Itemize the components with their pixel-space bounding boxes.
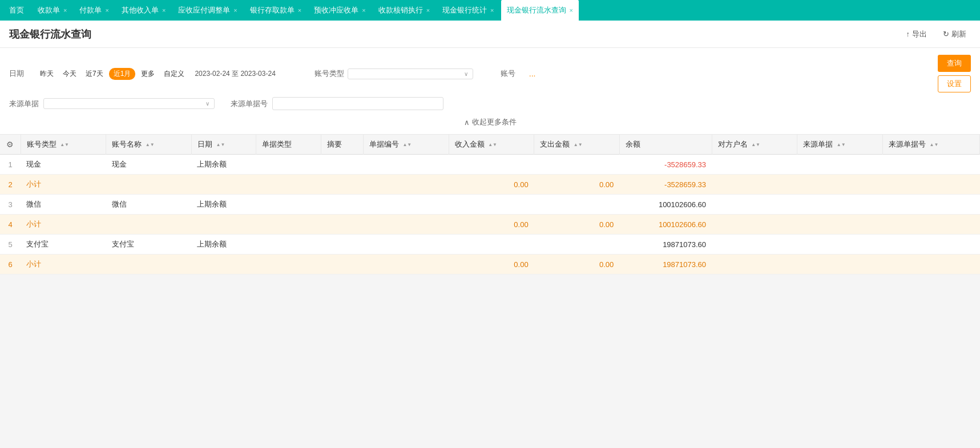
nav-tab-cash-stats[interactable]: 现金银行统计 × (437, 0, 499, 21)
nav-tab-bank-deposit[interactable]: 银行存取款单 × (244, 0, 307, 21)
refresh-button[interactable]: ↻ 刷新 (938, 27, 971, 42)
row-income: 0.00 (449, 175, 534, 195)
export-icon: ↑ (906, 30, 910, 38)
nav-tab-receipts[interactable]: 收款单 × (32, 0, 72, 21)
row-income (449, 195, 534, 215)
row-account-name: 支付宝 (106, 235, 192, 255)
row-account-name (106, 215, 192, 235)
row-doc-no (363, 255, 449, 275)
row-date: 上期余额 (191, 195, 256, 215)
row-seq: 3 (0, 195, 21, 215)
row-seq: 6 (0, 255, 21, 275)
nav-tab-ar-adjustment[interactable]: 应收应付调整单 × (172, 0, 243, 21)
close-icon[interactable]: × (490, 7, 494, 14)
sort-icon[interactable]: ▲▼ (837, 143, 846, 147)
row-income (449, 235, 534, 255)
sort-icon[interactable]: ▲▼ (146, 143, 155, 147)
row-source-doc (797, 255, 883, 275)
row-expense: 0.00 (534, 255, 620, 275)
page-title: 现金银行流水查询 (9, 27, 91, 41)
chevron-down-icon: ∨ (205, 100, 209, 107)
close-icon[interactable]: × (426, 7, 430, 14)
close-icon[interactable]: × (63, 7, 67, 14)
collapse-bar[interactable]: ∧ 收起更多条件 (9, 115, 971, 130)
row-counterpart (712, 255, 797, 275)
col-balance-label: 余额 (626, 140, 640, 148)
row-balance: 19871073.60 (619, 255, 712, 275)
setting-button[interactable]: 设置 (938, 75, 971, 92)
col-expense-label: 支出金额 (540, 140, 570, 148)
col-income-label: 收入金额 (455, 140, 485, 148)
row-source-doc-no (882, 175, 979, 195)
nav-tab-prepayment[interactable]: 预收冲应收单 × (308, 0, 371, 21)
row-source-doc-no (882, 195, 979, 215)
close-icon[interactable]: × (233, 7, 237, 14)
col-counterpart-label: 对方户名 (718, 140, 748, 148)
date-option-yesterday[interactable]: 昨天 (37, 68, 57, 80)
date-option-custom[interactable]: 自定义 (160, 68, 188, 80)
row-source-doc-no (882, 255, 979, 275)
table-col-doc-no: 单据编号 ▲▼ (363, 135, 449, 155)
export-button[interactable]: ↑ 导出 (902, 27, 932, 42)
row-balance: 100102606.60 (619, 215, 712, 235)
col-account-name-label: 账号名称 (112, 140, 142, 148)
row-doc-type (256, 255, 321, 275)
table-col-account-name: 账号名称 ▲▼ (106, 135, 192, 155)
nav-home[interactable]: 首页 (2, 0, 31, 21)
row-account-type: 现金 (21, 155, 106, 175)
account-ellipsis-button[interactable]: ... (527, 68, 538, 79)
gear-icon[interactable]: ⚙ (6, 140, 14, 149)
table-row: 6 小计 0.00 0.00 19871073.60 (0, 255, 980, 275)
row-expense: 0.00 (534, 215, 620, 235)
row-summary (321, 155, 364, 175)
sort-icon[interactable]: ▲▼ (488, 143, 497, 147)
filter-area: 日期 昨天 今天 近7天 近1月 更多 自定义 2023-02-24 至 202… (0, 48, 980, 135)
date-option-today[interactable]: 今天 (59, 68, 80, 80)
row-doc-no (363, 155, 449, 175)
row-expense (534, 235, 620, 255)
row-balance: -3528659.33 (619, 175, 712, 195)
sort-icon[interactable]: ▲▼ (60, 143, 69, 147)
row-date (191, 255, 256, 275)
date-option-more[interactable]: 更多 (138, 68, 158, 80)
close-icon[interactable]: × (362, 7, 365, 14)
row-doc-no (363, 235, 449, 255)
data-table: ⚙ 账号类型 ▲▼ 账号名称 ▲▼ 日期 ▲▼ 单据类型 摘 (0, 135, 980, 275)
table-col-gear: ⚙ (0, 135, 21, 155)
nav-tab-other-income[interactable]: 其他收入单 × (116, 0, 171, 21)
sort-icon[interactable]: ▲▼ (216, 143, 225, 147)
row-counterpart (712, 235, 797, 255)
date-option-7days[interactable]: 近7天 (82, 68, 107, 80)
sort-icon[interactable]: ▲▼ (574, 143, 583, 147)
query-button[interactable]: 查询 (938, 55, 971, 72)
table-col-counterpart: 对方户名 ▲▼ (712, 135, 797, 155)
nav-tab-payments[interactable]: 付款单 × (74, 0, 114, 21)
col-account-type-label: 账号类型 (27, 140, 57, 148)
close-icon[interactable]: × (162, 7, 166, 14)
nav-tab-receipt-exec[interactable]: 收款核销执行 × (373, 0, 435, 21)
row-doc-no (363, 175, 449, 195)
row-account-name: 现金 (106, 155, 192, 175)
data-table-wrap: ⚙ 账号类型 ▲▼ 账号名称 ▲▼ 日期 ▲▼ 单据类型 摘 (0, 135, 980, 275)
nav-tab-cash-flow-query[interactable]: 现金银行流水查询 × (501, 0, 579, 21)
source-doc-select[interactable]: ∨ (43, 98, 215, 109)
top-navigation: 首页 收款单 × 付款单 × 其他收入单 × 应收应付调整单 × 银行存取款单 … (0, 0, 980, 21)
sort-icon[interactable]: ▲▼ (402, 143, 412, 147)
close-icon[interactable]: × (298, 7, 301, 14)
close-icon[interactable]: × (105, 7, 108, 14)
action-buttons: 查询 设置 (938, 55, 971, 92)
sort-icon[interactable]: ▲▼ (930, 143, 939, 147)
table-col-doc-type: 单据类型 (256, 135, 321, 155)
account-type-label: 账号类型 (314, 68, 344, 79)
row-summary (321, 235, 364, 255)
row-income: 0.00 (449, 255, 534, 275)
row-summary (321, 175, 364, 195)
row-summary (321, 215, 364, 235)
table-col-source-doc-no: 来源单据号 ▲▼ (882, 135, 979, 155)
date-option-1month[interactable]: 近1月 (109, 68, 136, 80)
account-type-select[interactable]: ∨ (348, 68, 473, 79)
close-icon[interactable]: × (570, 7, 573, 14)
source-doc-num-input[interactable] (277, 99, 438, 108)
row-summary (321, 195, 364, 215)
sort-icon[interactable]: ▲▼ (751, 143, 760, 147)
